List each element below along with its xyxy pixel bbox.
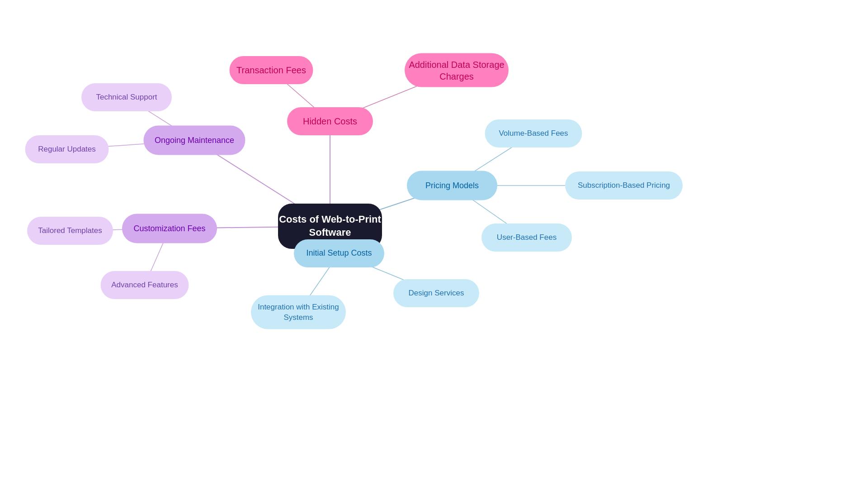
design-services-node: Design Services — [393, 279, 479, 307]
volume-based-node: Volume-Based Fees — [485, 119, 582, 147]
advanced-features-node: Advanced Features — [101, 271, 189, 299]
pricing-models-node: Pricing Models — [407, 171, 497, 200]
regular-updates-node: Regular Updates — [25, 135, 109, 163]
ongoing-maintenance-node: Ongoing Maintenance — [144, 126, 245, 155]
user-based-node: User-Based Fees — [481, 224, 572, 252]
hidden-costs-node: Hidden Costs — [287, 107, 373, 135]
additional-data-node: Additional Data StorageCharges — [405, 53, 509, 87]
subscription-node: Subscription-Based Pricing — [565, 171, 683, 200]
transaction-fees-node: Transaction Fees — [230, 56, 313, 84]
initial-setup-node: Initial Setup Costs — [294, 239, 384, 267]
technical-support-node: Technical Support — [81, 83, 172, 111]
tailored-templates-node: Tailored Templates — [27, 217, 113, 245]
integration-node: Integration with ExistingSystems — [251, 295, 346, 329]
customization-fees-node: Customization Fees — [122, 214, 217, 243]
mindmap-canvas: Costs of Web-to-PrintSoftware Hidden Cos… — [0, 0, 868, 490]
